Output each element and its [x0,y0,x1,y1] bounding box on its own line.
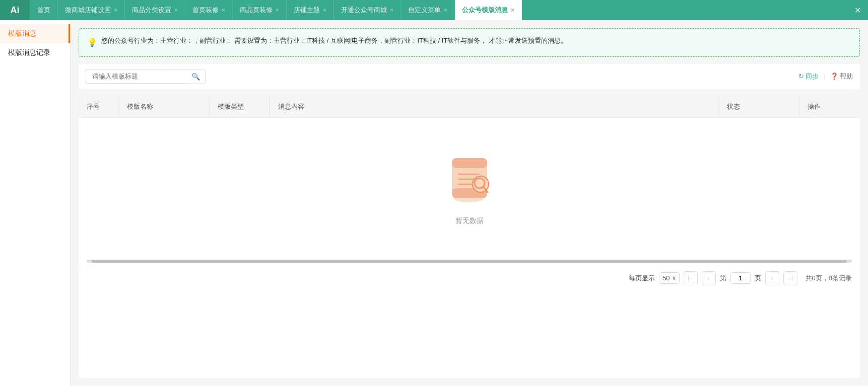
table-header-name: 模版名称 [119,96,210,117]
close-tab-shop-theme[interactable]: × [323,7,326,14]
sync-button[interactable]: ↻ 同步 [798,72,819,81]
first-page-button[interactable]: ⊢ [684,271,698,285]
close-tab-product-decor[interactable]: × [276,7,279,14]
nav-tab-category-settings[interactable]: 商品分类设置× [125,0,185,20]
chevron-down-icon: ∨ [672,275,676,281]
sidebar-item-template-msg[interactable]: 模版消息 [0,24,70,43]
notice-text: 您的公众号行业为：主营行业：，副营行业： 需要设置为：主营行业：IT科技 / 互… [101,36,567,46]
nav-tab-home-decor[interactable]: 首页装修× [185,0,233,20]
table-header-status: 状态 [719,96,799,117]
last-page-button[interactable]: ⊣ [783,271,797,285]
table-header-content: 消息内容 [270,96,719,117]
close-tab-shop-settings[interactable]: × [114,7,117,14]
table-header-type: 模版类型 [210,96,270,117]
sync-icon: ↻ [798,72,804,80]
sidebar: 模版消息模版消息记录 [0,20,71,386]
table-header: 序号模版名称模版类型消息内容状态操作 [79,96,860,118]
sidebar-item-template-records[interactable]: 模版消息记录 [0,43,70,62]
scroll-track [87,260,852,263]
close-all-button[interactable]: ✕ [847,6,868,15]
nav-tab-shop-settings[interactable]: 微商城店铺设置× [58,0,125,20]
sidebar-menu: 模版消息模版消息记录 [0,24,70,62]
pipe-divider: | [824,72,825,80]
page-size-label: 每页显示 [629,274,655,283]
close-tab-open-mall[interactable]: × [390,7,393,14]
data-table: 序号模版名称模版类型消息内容状态操作 [79,96,860,378]
horizontal-scrollbar[interactable] [79,256,860,266]
total-info: 共0页，0条记录 [806,274,852,283]
notice-highlight: 需要设置为：主营行业：IT科技 / 互联网|电子商务，副营行业：IT科技 / I… [234,37,487,44]
table-header-action: 操作 [799,96,860,117]
help-button[interactable]: ❓ 帮助 [830,72,853,81]
page-size-select[interactable]: 50 ∨ [659,272,679,284]
notice-box: 💡 您的公众号行业为：主营行业：，副营行业： 需要设置为：主营行业：IT科技 /… [79,28,860,57]
next-page-button[interactable]: › [765,271,779,285]
search-right: ↻ 同步 | ❓ 帮助 [798,72,853,81]
empty-state: 暂无数据 [79,118,860,256]
page-label-before: 第 [720,274,726,283]
prev-page-button[interactable]: ‹ [702,271,716,285]
search-input[interactable] [86,69,186,84]
empty-illustration [439,148,500,208]
main-content: 💡 您的公众号行业为：主营行业：，副营行业： 需要设置为：主营行业：IT科技 /… [71,20,868,386]
page-number-input[interactable] [730,272,751,284]
nav-tab-open-mall[interactable]: 开通公众号商城× [334,0,401,20]
nav-tab-product-decor[interactable]: 商品页装修× [233,0,287,20]
nav-tab-shop-theme[interactable]: 店铺主题× [287,0,334,20]
notice-icon: 💡 [87,36,97,49]
help-icon: ❓ [830,72,838,80]
search-row: 🔍 ↻ 同步 | ❓ 帮助 [79,64,860,89]
close-tab-home-decor[interactable]: × [222,7,225,14]
main-layout: 模版消息模版消息记录 💡 您的公众号行业为：主营行业：，副营行业： 需要设置为：… [0,20,868,386]
search-left: 🔍 [86,69,206,84]
app-logo: Ai [0,0,30,20]
nav-tabs: 首页微商城店铺设置×商品分类设置×首页装修×商品页装修×店铺主题×开通公众号商城… [30,0,847,20]
nav-tab-template-msg[interactable]: 公众号模版消息× [455,0,522,20]
empty-text: 暂无数据 [455,216,484,225]
page-label-after: 页 [755,274,761,283]
scroll-thumb [92,260,847,263]
nav-tab-custom-menu[interactable]: 自定义菜单× [401,0,455,20]
pagination: 每页显示 50 ∨ ⊢ ‹ 第 页 › ⊣ 共0页，0条记录 [79,266,860,290]
close-tab-custom-menu[interactable]: × [444,7,447,14]
search-button[interactable]: 🔍 [186,69,206,84]
close-tab-category-settings[interactable]: × [174,7,178,14]
top-nav: Ai 首页微商城店铺设置×商品分类设置×首页装修×商品页装修×店铺主题×开通公众… [0,0,868,20]
nav-tab-home[interactable]: 首页 [30,0,58,20]
close-tab-template-msg[interactable]: × [511,7,514,14]
table-header-index: 序号 [79,96,119,117]
